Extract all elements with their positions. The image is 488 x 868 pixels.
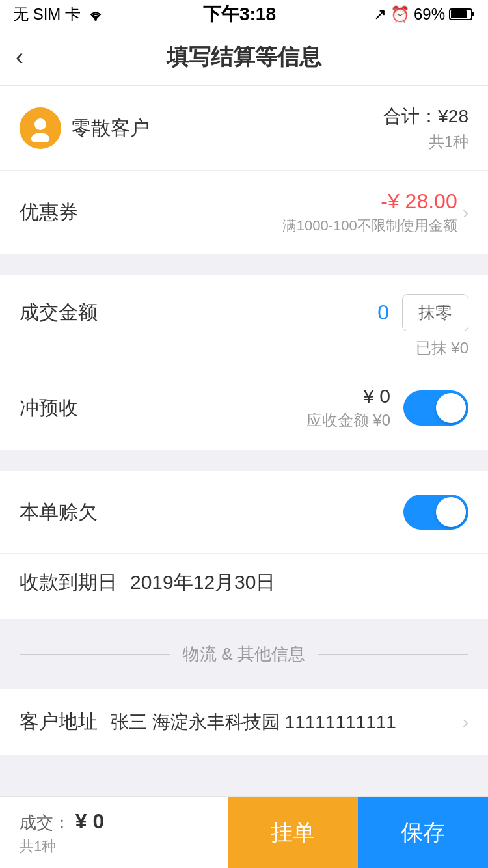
- pending-button[interactable]: 挂单: [228, 797, 358, 869]
- debt-toggle-knob: [436, 497, 466, 527]
- customer-name: 零散客户: [72, 115, 150, 142]
- deal-amount-label: 成交金额: [20, 299, 98, 326]
- status-right: ↗ ⏰ 69%: [373, 5, 475, 23]
- coupon-right: -¥ 28.00 满1000-100不限制使用金额 ›: [282, 189, 468, 236]
- debt-toggle[interactable]: [403, 495, 468, 530]
- back-button[interactable]: ‹: [16, 44, 23, 71]
- address-value: 张三 海淀永丰科技园 11111111111: [111, 710, 463, 735]
- customer-right: 合计：¥28 共1种: [383, 104, 468, 152]
- avatar-icon: [26, 114, 55, 142]
- pre-receive-row: 冲预收 ¥ 0 应收金额 ¥0: [0, 372, 488, 450]
- coupon-row[interactable]: 优惠券 -¥ 28.00 满1000-100不限制使用金额 ›: [0, 170, 488, 254]
- coupon-desc: 满1000-100不限制使用金额: [282, 216, 457, 236]
- status-time: 下午3:18: [203, 2, 276, 27]
- wifi-icon: [86, 7, 105, 21]
- bottom-deal-row: 成交： ¥ 0: [20, 809, 228, 834]
- bottom-info: 成交： ¥ 0 共1种: [0, 809, 228, 856]
- alarm-icon: ⏰: [390, 5, 410, 23]
- debt-label: 本单赊欠: [20, 499, 98, 526]
- svg-point-4: [34, 118, 46, 130]
- round-off-button[interactable]: 抹零: [402, 294, 468, 331]
- address-card: 客户地址 张三 海淀永丰科技园 11111111111 ›: [0, 689, 488, 755]
- pre-sub-amount: 应收金额 ¥0: [306, 410, 390, 431]
- deal-amount-value[interactable]: 0: [377, 301, 389, 325]
- status-left: 无 SIM 卡: [13, 4, 105, 25]
- svg-rect-3: [451, 10, 467, 18]
- bottom-amount: ¥ 0: [75, 809, 104, 833]
- due-date-label: 收款到期日: [20, 569, 117, 596]
- pre-receive-toggle[interactable]: [403, 390, 468, 426]
- deal-amount-card: 成交金额 0 抹零 已抹 ¥0 冲预收 ¥ 0 应收金额 ¥0: [0, 275, 488, 450]
- save-button[interactable]: 保存: [358, 797, 488, 869]
- location-icon: ↗: [373, 5, 386, 23]
- pre-receive-label: 冲预收: [20, 395, 78, 422]
- coupon-amount: -¥ 28.00: [282, 189, 457, 213]
- status-bar: 无 SIM 卡 下午3:18 ↗ ⏰ 69%: [0, 0, 488, 29]
- battery-icon: [449, 7, 475, 21]
- toggle-knob: [436, 393, 466, 423]
- svg-point-5: [31, 133, 49, 142]
- debt-card: 本单赊欠 收款到期日 2019年12月30日: [0, 471, 488, 619]
- address-row[interactable]: 客户地址 张三 海淀永丰科技园 11111111111 ›: [0, 689, 488, 755]
- customer-card: 零散客户 合计：¥28 共1种 优惠券 -¥ 28.00 满1000-100不限…: [0, 86, 488, 254]
- bottom-deal-label: 成交：: [20, 813, 70, 832]
- logistics-header: 物流 & 其他信息: [0, 630, 488, 679]
- pre-main-amount: ¥ 0: [306, 385, 390, 407]
- amount-row: 成交金额 0 抹零: [0, 275, 488, 338]
- coupon-label: 优惠券: [20, 199, 78, 226]
- sim-status: 无 SIM 卡: [13, 4, 81, 25]
- bottom-count: 共1种: [20, 837, 228, 856]
- avatar: [20, 107, 61, 149]
- logistics-title: 物流 & 其他信息: [183, 643, 305, 666]
- total-count: 共1种: [383, 131, 468, 152]
- battery-percent: 69%: [414, 5, 445, 23]
- divider-1: [0, 264, 488, 275]
- address-label: 客户地址: [20, 709, 98, 735]
- nav-title: 填写结算等信息: [167, 42, 321, 72]
- pre-receive-amounts: ¥ 0 应收金额 ¥0: [306, 385, 390, 431]
- nav-bar: ‹ 填写结算等信息: [0, 29, 488, 86]
- total-amount: 合计：¥28: [383, 104, 468, 129]
- customer-row: 零散客户 合计：¥28 共1种: [0, 86, 488, 170]
- pre-receive-right: ¥ 0 应收金额 ¥0: [306, 385, 468, 431]
- already-rounded: 已抹 ¥0: [0, 338, 488, 372]
- customer-left: 零散客户: [20, 107, 150, 149]
- bottom-bar: 成交： ¥ 0 共1种 挂单 保存: [0, 796, 488, 868]
- debt-row: 本单赊欠: [0, 471, 488, 553]
- divider-2: [0, 461, 488, 471]
- svg-point-0: [94, 18, 97, 21]
- main-content: 零散客户 合计：¥28 共1种 优惠券 -¥ 28.00 满1000-100不限…: [0, 86, 488, 843]
- due-date-value[interactable]: 2019年12月30日: [130, 569, 275, 596]
- logistics-section: 物流 & 其他信息: [0, 630, 488, 679]
- logistics-divider-left: [20, 654, 170, 655]
- svg-rect-2: [472, 12, 474, 16]
- due-date-row: 收款到期日 2019年12月30日: [0, 553, 488, 619]
- amount-right: 0 抹零: [377, 294, 468, 331]
- chevron-right-icon: ›: [463, 202, 468, 223]
- logistics-divider-right: [318, 654, 468, 655]
- address-chevron-icon: ›: [463, 712, 468, 733]
